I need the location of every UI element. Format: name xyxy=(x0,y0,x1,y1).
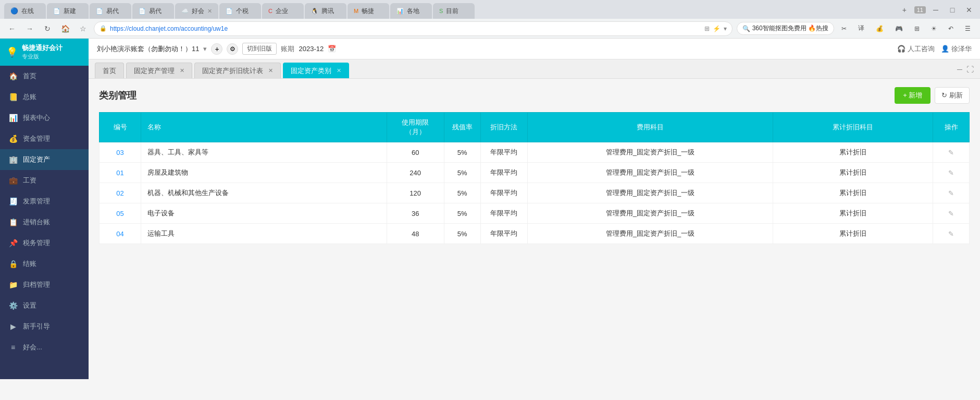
address-bar[interactable]: 🔒 https://cloud.chanjet.com/accounting/u… xyxy=(94,21,733,36)
row1-edit-icon[interactable]: ✎ xyxy=(948,149,954,156)
browser-tab-yida2[interactable]: 📄 易代 xyxy=(132,3,174,19)
sidebar-item-tax[interactable]: 📌 税务管理 xyxy=(0,233,89,253)
row2-action[interactable]: ✎ xyxy=(933,163,970,183)
maximize-button[interactable]: □ xyxy=(946,3,959,17)
row2-edit-icon[interactable]: ✎ xyxy=(948,169,954,177)
sidebar-item-ledger[interactable]: 📒 总账 xyxy=(0,87,89,107)
browser-tab-mq[interactable]: S 目前 xyxy=(433,3,475,19)
row1-method: 年限平均 xyxy=(480,142,527,163)
sidebar-item-close[interactable]: 🔒 结账 xyxy=(0,253,89,274)
tab-fixed-asset-category[interactable]: 固定资产类别 ✕ xyxy=(283,63,349,78)
brightness-tool[interactable]: ☀ xyxy=(927,23,941,34)
table-row: 04 运输工具 48 5% 年限平均 管理费用_固定资产折旧_一级 累计折旧 ✎ xyxy=(100,224,970,244)
tab-label: 畅捷 xyxy=(362,7,374,16)
browser-tab-tencent[interactable]: 🐧 腾讯 xyxy=(305,3,346,19)
back-button[interactable]: ← xyxy=(5,22,19,35)
history-tool[interactable]: ↶ xyxy=(944,23,958,34)
browser-tab-gedi[interactable]: 📊 各地 xyxy=(390,3,432,19)
sidebar-item-archive[interactable]: 📁 归档管理 xyxy=(0,274,89,295)
add-account-button[interactable]: + xyxy=(211,43,222,55)
sidebar-item-home[interactable]: 🏠 首页 xyxy=(0,66,89,87)
row5-name: 运输工具 xyxy=(141,224,387,244)
row3-action[interactable]: ✎ xyxy=(933,183,970,203)
tab-fixed-asset-mgmt-close[interactable]: ✕ xyxy=(180,67,184,74)
col-expense: 费用科目 xyxy=(527,113,773,142)
sidebar-item-funds-label: 资金管理 xyxy=(23,134,50,143)
tab-fixed-asset-category-close[interactable]: ✕ xyxy=(337,67,341,74)
sidebar-item-more[interactable]: ≡ 好会... xyxy=(0,337,89,358)
search-box[interactable]: 🔍 360智能抠图免费用 🔥热搜 xyxy=(737,22,834,35)
row4-action[interactable]: ✎ xyxy=(933,203,970,224)
row4-period: 36 xyxy=(387,203,444,224)
address-dropdown-icon[interactable]: ▾ xyxy=(724,25,727,32)
reload-button[interactable]: ↻ xyxy=(41,22,54,35)
consultant-button[interactable]: 🎧 人工咨询 xyxy=(897,44,935,54)
tab-home[interactable]: 首页 xyxy=(95,63,124,78)
row3-period: 120 xyxy=(387,183,444,203)
game-tool[interactable]: 🎮 xyxy=(891,23,907,34)
sidebar-item-funds[interactable]: 💰 资金管理 xyxy=(0,128,89,149)
browser-tab-haohui-close[interactable]: ✕ xyxy=(207,8,212,15)
sidebar-item-settings[interactable]: ⚙️ 设置 xyxy=(0,295,89,316)
user-profile-button[interactable]: 👤 徐泽华 xyxy=(941,44,972,54)
row4-id[interactable]: 05 xyxy=(100,203,141,224)
row5-edit-icon[interactable]: ✎ xyxy=(948,230,954,238)
dropdown-arrow[interactable]: ▾ xyxy=(203,45,207,53)
col-accumulated: 累计折旧科目 xyxy=(773,113,933,142)
row3-name: 机器、机械和其他生产设备 xyxy=(141,183,387,203)
row3-accumulated: 累计折旧 xyxy=(773,183,933,203)
home-button[interactable]: 🏠 xyxy=(58,22,72,35)
forward-button[interactable]: → xyxy=(23,22,36,35)
tab-depreciation-stats-close[interactable]: ✕ xyxy=(268,67,273,74)
switch-version-button[interactable]: 切到旧版 xyxy=(242,43,277,55)
scissors-tool[interactable]: ✂ xyxy=(837,23,851,34)
tab-depreciation-stats[interactable]: 固定资产折旧统计表 ✕ xyxy=(194,63,281,78)
tab-fixed-asset-mgmt[interactable]: 固定资产管理 ✕ xyxy=(126,63,192,78)
row2-id[interactable]: 01 xyxy=(100,163,141,183)
table-body: 03 器具、工具、家具等 60 5% 年限平均 管理费用_固定资产折旧_一级 累… xyxy=(100,142,970,244)
sidebar-item-reports[interactable]: 📊 报表中心 xyxy=(0,107,89,128)
sidebar-item-payroll[interactable]: 💼 工资 xyxy=(0,170,89,191)
tab-label: 好会 xyxy=(192,7,204,16)
refresh-button[interactable]: ↻ 刷新 xyxy=(935,87,970,104)
sidebar-item-purchase-sales[interactable]: 📋 进销台账 xyxy=(0,212,89,233)
settings-gear-button[interactable]: ⚙ xyxy=(227,43,238,55)
ledger-icon: 📒 xyxy=(8,92,18,102)
browser-tab-new[interactable]: 📄 新建 xyxy=(47,3,89,19)
row5-accumulated: 累计折旧 xyxy=(773,224,933,244)
app-container: 💡 畅捷通好会计 专业版 🏠 首页 📒 总账 📊 报表中心 💰 资金管理 🏢 固… xyxy=(0,39,980,379)
menu-tool[interactable]: ☰ xyxy=(961,23,975,34)
minimize-panel-button[interactable]: ─ xyxy=(957,65,962,74)
minimize-button[interactable]: ─ xyxy=(929,3,942,17)
maximize-panel-button[interactable]: ⛶ xyxy=(966,65,974,74)
sidebar-item-guide[interactable]: ▶ 新手引导 xyxy=(0,316,89,337)
browser-tab-online[interactable]: 🔵 在线 xyxy=(4,3,46,19)
row2-expense: 管理费用_固定资产折旧_一级 xyxy=(527,163,773,183)
browser-tab-yida1[interactable]: 📄 易代 xyxy=(90,3,131,19)
grid-tool[interactable]: ⊞ xyxy=(910,23,924,34)
browser-tab-changjie[interactable]: M 畅捷 xyxy=(348,3,389,19)
row5-method: 年限平均 xyxy=(480,224,527,244)
sidebar-item-fixed-assets[interactable]: 🏢 固定资产 xyxy=(0,149,89,170)
row3-method: 年限平均 xyxy=(480,183,527,203)
row5-id[interactable]: 04 xyxy=(100,224,141,244)
settings-icon: ⚙️ xyxy=(8,301,18,310)
bookmark-button[interactable]: ☆ xyxy=(76,22,90,35)
row1-action[interactable]: ✎ xyxy=(933,142,970,163)
browser-tab-haohui[interactable]: ☁️ 好会 ✕ xyxy=(175,3,218,19)
calendar-icon[interactable]: 📅 xyxy=(328,45,336,53)
new-tab-button[interactable]: + xyxy=(898,3,911,17)
browser-tab-enterprise[interactable]: C 企业 xyxy=(262,3,304,19)
row3-edit-icon[interactable]: ✎ xyxy=(948,189,954,197)
row3-id[interactable]: 02 xyxy=(100,183,141,203)
page-body: 类别管理 + 新增 ↻ 刷新 编号 名称 使用期限（月） 残值率 xyxy=(89,79,980,379)
add-button[interactable]: + 新增 xyxy=(895,87,931,104)
row4-edit-icon[interactable]: ✎ xyxy=(948,210,954,217)
sidebar-item-invoice[interactable]: 🧾 发票管理 xyxy=(0,191,89,212)
browser-tab-tax[interactable]: 📄 个税 xyxy=(219,3,261,19)
row5-action[interactable]: ✎ xyxy=(933,224,970,244)
wallet-tool[interactable]: 💰 xyxy=(872,23,888,34)
translate-tool[interactable]: 译 xyxy=(854,22,869,34)
row1-id[interactable]: 03 xyxy=(100,142,141,163)
close-window-button[interactable]: ✕ xyxy=(962,3,976,17)
